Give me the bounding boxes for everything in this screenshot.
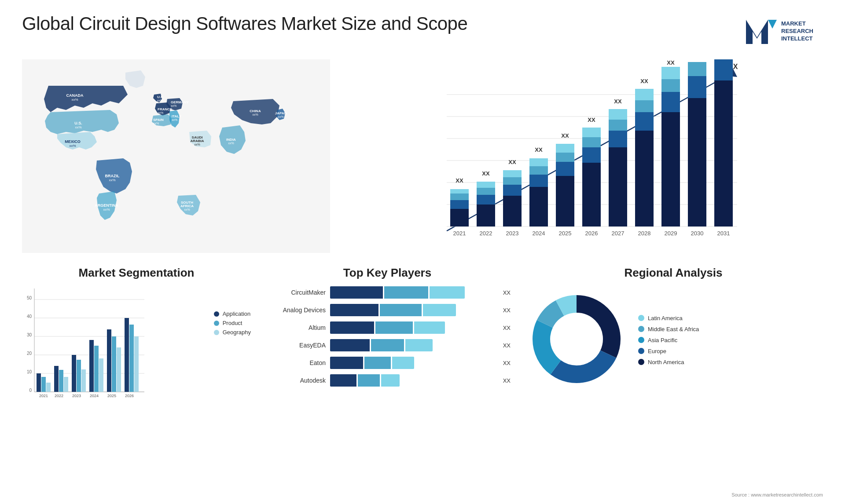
player-name-4: Eaton (264, 359, 326, 366)
player-bar-2 (330, 321, 496, 334)
svg-rect-131 (72, 355, 76, 392)
latin-america-label: Latin America (648, 315, 683, 321)
svg-rect-53 (477, 205, 495, 226)
bar-mid-1 (380, 304, 422, 316)
bar-mid-4 (364, 357, 391, 369)
svg-text:ARABIA: ARABIA (190, 139, 204, 143)
svg-marker-0 (746, 20, 768, 44)
svg-text:INTELLECT: INTELLECT (781, 35, 813, 42)
svg-text:xx%: xx% (157, 99, 163, 102)
svg-text:JAPAN: JAPAN (275, 111, 287, 115)
latin-america-dot (638, 315, 644, 321)
svg-rect-80 (609, 120, 627, 131)
svg-rect-97 (714, 59, 733, 80)
svg-rect-96 (714, 80, 733, 226)
svg-rect-144 (129, 325, 134, 392)
svg-text:XX: XX (508, 159, 516, 165)
svg-text:MARKET: MARKET (781, 20, 806, 27)
svg-text:2025: 2025 (107, 394, 116, 398)
svg-rect-83 (635, 131, 654, 226)
header: Global Circuit Design Softwares Market S… (22, 13, 823, 51)
svg-rect-76 (582, 128, 601, 137)
player-label-2: XX (503, 325, 511, 331)
svg-text:FRANCE: FRANCE (158, 107, 173, 111)
player-altium: Altium XX (264, 321, 511, 334)
svg-text:2021: 2021 (453, 230, 466, 237)
svg-text:2024: 2024 (533, 230, 545, 237)
svg-rect-86 (635, 89, 654, 100)
svg-text:MEXICO: MEXICO (65, 139, 81, 144)
svg-rect-66 (529, 158, 548, 166)
bar-dark-5 (330, 374, 356, 387)
svg-rect-123 (37, 373, 41, 392)
europe-label: Europe (648, 348, 666, 354)
svg-text:XX: XX (482, 170, 490, 177)
player-bar-0 (330, 286, 496, 299)
svg-text:2029: 2029 (665, 230, 677, 237)
svg-rect-61 (503, 170, 522, 177)
page-title: Global Circuit Design Softwares Market S… (22, 13, 467, 34)
world-map: CANADA xx% U.S. xx% MEXICO xx% BRAZIL xx… (22, 59, 330, 253)
svg-text:CANADA: CANADA (66, 93, 84, 98)
svg-rect-51 (450, 189, 469, 194)
bar-mid-3 (371, 339, 404, 351)
regional-legend: Latin America Middle East & Africa Asia … (638, 315, 699, 365)
svg-text:xx%: xx% (184, 208, 190, 211)
svg-rect-94 (688, 76, 706, 98)
svg-text:2022: 2022 (480, 230, 492, 237)
logo-area: MARKET RESEARCH INTELLECT (742, 13, 823, 51)
regional-section: Regional Analysis (524, 266, 823, 433)
svg-text:XX: XX (561, 132, 569, 139)
svg-rect-71 (556, 144, 574, 153)
app-dot (214, 311, 219, 317)
svg-rect-88 (661, 112, 680, 226)
svg-text:2024: 2024 (90, 394, 99, 398)
svg-text:SPAIN: SPAIN (153, 118, 164, 122)
svg-rect-145 (134, 336, 139, 392)
svg-text:xx%: xx% (158, 111, 163, 114)
svg-rect-89 (661, 92, 680, 112)
geo-label: Geography (223, 329, 251, 336)
bar-mid-5 (358, 374, 380, 387)
svg-rect-132 (77, 360, 81, 392)
svg-rect-78 (609, 147, 627, 226)
svg-text:0: 0 (29, 388, 32, 393)
svg-text:xx%: xx% (228, 142, 234, 145)
bar-light-4 (392, 357, 414, 369)
svg-point-152 (551, 314, 602, 365)
player-easyeda: EasyEDA XX (264, 339, 511, 351)
svg-text:20: 20 (27, 351, 32, 356)
bar-mid-2 (375, 321, 413, 334)
svg-rect-73 (582, 163, 601, 226)
geo-dot (214, 330, 219, 335)
svg-rect-140 (112, 336, 116, 392)
svg-rect-135 (89, 340, 94, 392)
player-label-1: XX (503, 307, 511, 314)
player-eaton: Eaton XX (264, 357, 511, 369)
svg-text:xx%: xx% (153, 122, 159, 125)
product-dot (214, 321, 219, 326)
legend-geography: Geography (214, 329, 251, 336)
player-name-3: EasyEDA (264, 342, 326, 349)
top-section: CANADA xx% U.S. xx% MEXICO xx% BRAZIL xx… (22, 59, 823, 253)
svg-text:XX: XX (535, 146, 543, 153)
north-america-label: North America (648, 359, 684, 365)
bar-dark-1 (330, 304, 378, 316)
bar-light-0 (430, 286, 465, 299)
svg-rect-58 (503, 196, 522, 226)
svg-rect-55 (477, 188, 495, 195)
bar-mid-0 (384, 286, 428, 299)
svg-text:50: 50 (27, 296, 32, 300)
svg-rect-90 (661, 79, 680, 92)
svg-rect-70 (556, 153, 574, 162)
player-name-2: Altium (264, 324, 326, 331)
svg-text:XX: XX (667, 59, 675, 66)
north-america-dot (638, 359, 644, 365)
svg-rect-137 (99, 358, 103, 392)
map-section: CANADA xx% U.S. xx% MEXICO xx% BRAZIL xx… (22, 59, 330, 253)
svg-text:GERMANY: GERMANY (171, 100, 189, 104)
svg-text:RESEARCH: RESEARCH (781, 28, 813, 34)
svg-text:XX: XX (614, 98, 622, 105)
bar-dark-2 (330, 321, 374, 334)
svg-rect-75 (582, 137, 601, 147)
